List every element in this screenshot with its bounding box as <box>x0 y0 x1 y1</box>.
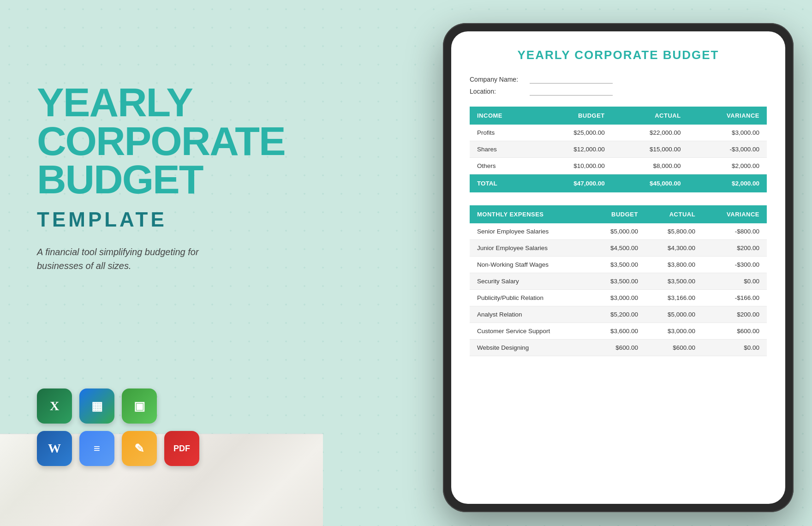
left-panel: YEARLYCORPORATEBUDGET TEMPLATE A financi… <box>37 83 277 273</box>
sheets-icon[interactable]: ▦ <box>79 389 114 424</box>
subtitle: TEMPLATE <box>37 208 277 231</box>
location-input[interactable] <box>530 87 613 96</box>
income-row: Others $10,000.00 $8,000.00 $2,000.00 <box>470 158 767 174</box>
expenses-row-budget: $5,200.00 <box>588 306 645 323</box>
expenses-row-budget: $5,000.00 <box>588 223 645 240</box>
expenses-row-actual: $600.00 <box>645 340 703 356</box>
expenses-row-name: Security Salary <box>470 273 588 290</box>
income-row-actual: $22,000.00 <box>612 125 688 141</box>
expenses-row-name: Publicity/Public Relation <box>470 290 588 306</box>
income-row-actual: $8,000.00 <box>612 158 688 174</box>
expenses-row-variance: -$166.00 <box>703 290 767 306</box>
income-total-actual: $45,000.00 <box>612 174 688 193</box>
app-icons-row-2: W ≡ ✎ PDF <box>37 431 199 466</box>
location-label: Location: <box>470 88 530 95</box>
expenses-row: Non-Working Staff Wages $3,500.00 $3,800… <box>470 257 767 273</box>
expenses-row-name: Analyst Relation <box>470 306 588 323</box>
expenses-row-variance: $200.00 <box>703 240 767 257</box>
excel-icon[interactable]: X <box>37 389 72 424</box>
device-frame: YEARLY CORPORATE BUDGET Company Name: Lo… <box>443 23 794 512</box>
expenses-table: MONTHLY EXPENSES BUDGET ACTUAL VARIANCE … <box>470 205 767 356</box>
income-actual-header: ACTUAL <box>612 107 688 125</box>
expenses-row-variance: -$300.00 <box>703 257 767 273</box>
expenses-row-actual: $3,500.00 <box>645 273 703 290</box>
pdf-icon[interactable]: PDF <box>164 431 199 466</box>
expenses-row: Analyst Relation $5,200.00 $5,000.00 $20… <box>470 306 767 323</box>
expenses-row-variance: -$800.00 <box>703 223 767 240</box>
income-total-label: TOTAL <box>470 174 536 193</box>
numbers-icon[interactable]: ▣ <box>122 389 157 424</box>
expenses-row-budget: $600.00 <box>588 340 645 356</box>
screen-content: YEARLY CORPORATE BUDGET Company Name: Lo… <box>451 31 785 504</box>
company-name-input[interactable] <box>530 75 613 84</box>
expenses-variance-header: VARIANCE <box>703 205 767 223</box>
income-total-variance: $2,000.00 <box>688 174 767 193</box>
income-total-row: TOTAL $47,000.00 $45,000.00 $2,000.00 <box>470 174 767 193</box>
income-row-variance: -$3,000.00 <box>688 141 767 158</box>
expenses-row-name: Customer Service Support <box>470 323 588 340</box>
income-row-name: Others <box>470 158 536 174</box>
device-container: YEARLY CORPORATE BUDGET Company Name: Lo… <box>443 23 794 512</box>
app-icons-container: X ▦ ▣ W ≡ ✎ PDF <box>37 389 199 466</box>
income-row-name: Profits <box>470 125 536 141</box>
docs-icon[interactable]: ≡ <box>79 431 114 466</box>
expenses-row-variance: $0.00 <box>703 340 767 356</box>
expenses-row-actual: $3,800.00 <box>645 257 703 273</box>
expenses-row: Senior Employee Salaries $5,000.00 $5,80… <box>470 223 767 240</box>
expenses-row-actual: $5,000.00 <box>645 306 703 323</box>
expenses-row-actual: $3,000.00 <box>645 323 703 340</box>
income-row: Shares $12,000.00 $15,000.00 -$3,000.00 <box>470 141 767 158</box>
expenses-row: Publicity/Public Relation $3,000.00 $3,1… <box>470 290 767 306</box>
app-icons-row-1: X ▦ ▣ <box>37 389 199 424</box>
income-row-name: Shares <box>470 141 536 158</box>
expenses-row-name: Website Designing <box>470 340 588 356</box>
expenses-col-header: MONTHLY EXPENSES <box>470 205 588 223</box>
main-title: YEARLYCORPORATEBUDGET <box>37 83 277 199</box>
expenses-row-actual: $4,300.00 <box>645 240 703 257</box>
pages-icon[interactable]: ✎ <box>122 431 157 466</box>
income-row-variance: $3,000.00 <box>688 125 767 141</box>
income-row: Profits $25,000.00 $22,000.00 $3,000.00 <box>470 125 767 141</box>
income-header-row: INCOME BUDGET ACTUAL VARIANCE <box>470 107 767 125</box>
expenses-row-variance: $200.00 <box>703 306 767 323</box>
expenses-row-actual: $3,166.00 <box>645 290 703 306</box>
expenses-row-budget: $4,500.00 <box>588 240 645 257</box>
expenses-row: Website Designing $600.00 $600.00 $0.00 <box>470 340 767 356</box>
expenses-row-variance: $600.00 <box>703 323 767 340</box>
income-row-variance: $2,000.00 <box>688 158 767 174</box>
device-screen: YEARLY CORPORATE BUDGET Company Name: Lo… <box>451 31 785 504</box>
expenses-row: Security Salary $3,500.00 $3,500.00 $0.0… <box>470 273 767 290</box>
expenses-row: Customer Service Support $3,600.00 $3,00… <box>470 323 767 340</box>
expenses-header-row: MONTHLY EXPENSES BUDGET ACTUAL VARIANCE <box>470 205 767 223</box>
location-field: Location: <box>470 87 767 96</box>
expenses-row-actual: $5,800.00 <box>645 223 703 240</box>
form-section: Company Name: Location: <box>470 75 767 96</box>
expenses-row-name: Non-Working Staff Wages <box>470 257 588 273</box>
expenses-row-budget: $3,600.00 <box>588 323 645 340</box>
income-budget-header: BUDGET <box>536 107 612 125</box>
income-table: INCOME BUDGET ACTUAL VARIANCE Profits $2… <box>470 107 767 192</box>
spreadsheet-title: YEARLY CORPORATE BUDGET <box>470 48 767 62</box>
expenses-row: Junior Employee Salaries $4,500.00 $4,30… <box>470 240 767 257</box>
expenses-row-variance: $0.00 <box>703 273 767 290</box>
description: A financial tool simplifying budgeting f… <box>37 245 212 273</box>
income-variance-header: VARIANCE <box>688 107 767 125</box>
expenses-row-budget: $3,000.00 <box>588 290 645 306</box>
expenses-row-budget: $3,500.00 <box>588 257 645 273</box>
income-row-budget: $12,000.00 <box>536 141 612 158</box>
expenses-row-budget: $3,500.00 <box>588 273 645 290</box>
income-row-budget: $25,000.00 <box>536 125 612 141</box>
income-row-budget: $10,000.00 <box>536 158 612 174</box>
expenses-row-name: Junior Employee Salaries <box>470 240 588 257</box>
expenses-row-name: Senior Employee Salaries <box>470 223 588 240</box>
company-name-label: Company Name: <box>470 76 530 83</box>
income-total-budget: $47,000.00 <box>536 174 612 193</box>
expenses-actual-header: ACTUAL <box>645 205 703 223</box>
company-name-field: Company Name: <box>470 75 767 84</box>
income-col-header: INCOME <box>470 107 536 125</box>
expenses-budget-header: BUDGET <box>588 205 645 223</box>
word-icon[interactable]: W <box>37 431 72 466</box>
income-row-actual: $15,000.00 <box>612 141 688 158</box>
